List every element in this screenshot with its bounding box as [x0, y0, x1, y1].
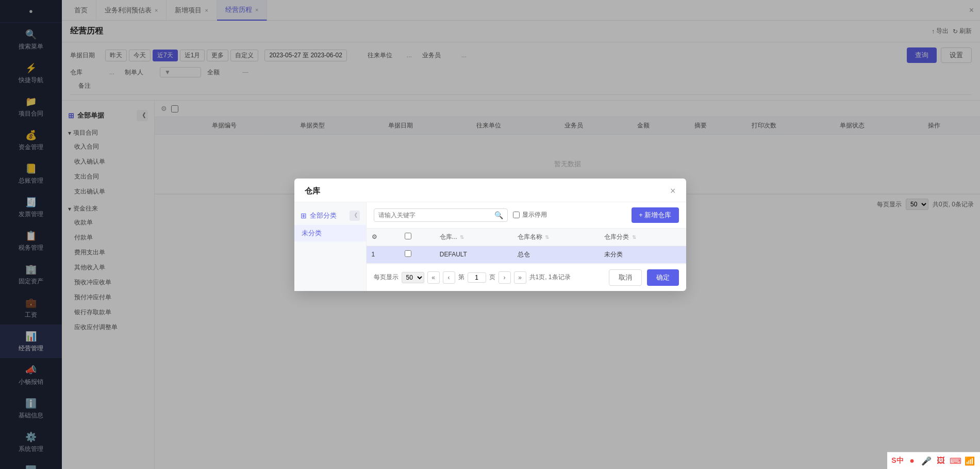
row-index: 1	[367, 246, 400, 263]
taskbar-icon-dot[interactable]: ●	[906, 455, 918, 467]
modal-next-page-button[interactable]: ›	[499, 271, 511, 284]
row-check[interactable]	[405, 250, 411, 257]
sort-arrows-category: ⇅	[632, 234, 636, 240]
modal-search-input[interactable]	[378, 212, 491, 219]
modal-last-page-button[interactable]: »	[514, 271, 526, 284]
taskbar-icon-s[interactable]: S中	[891, 455, 904, 467]
row-name: 总仓	[512, 246, 599, 263]
modal-select-all-checkbox[interactable]	[405, 233, 411, 239]
cancel-button[interactable]: 取消	[609, 269, 642, 286]
modal-left-all-label: 全部分类	[310, 211, 337, 220]
modal-col-name: 仓库名称 ⇅	[512, 229, 599, 246]
modal-body: ⊞ 全部分类 《 未分类 🔍	[294, 202, 686, 291]
show-disabled-text: 显示停用	[522, 211, 547, 219]
modal-per-page-label: 每页显示	[374, 273, 398, 282]
sort-arrows-name: ⇅	[545, 234, 549, 240]
modal-search-icon: 🔍	[494, 211, 503, 219]
modal-action-buttons: 取消 确定	[609, 269, 679, 286]
modal-left-panel: ⊞ 全部分类 《 未分类	[294, 202, 367, 291]
modal-header: 仓库 ×	[294, 179, 686, 202]
modal-search-box[interactable]: 🔍	[374, 208, 508, 222]
taskbar-icon-mic[interactable]: 🎤	[920, 455, 933, 467]
modal-left-collapse-icon: 《	[352, 212, 357, 219]
modal-table-wrapper: ⚙ 仓库... ⇅ 仓库名称 ⇅	[367, 229, 686, 264]
warehouse-modal: 仓库 × ⊞ 全部分类 《 未分类	[294, 179, 686, 291]
modal-left-collapse-button[interactable]: 《	[350, 211, 360, 221]
taskbar-icon-image[interactable]: 🖼	[935, 455, 947, 467]
modal-left-all-header[interactable]: ⊞ 全部分类 《	[294, 207, 366, 224]
row-code: DEFAULT	[435, 246, 512, 263]
modal-table: ⚙ 仓库... ⇅ 仓库名称 ⇅	[367, 229, 686, 264]
modal-footer: 每页显示 50 « ‹ 第 页 › » 共1页, 1条记录	[367, 264, 686, 291]
show-disabled-label[interactable]: 显示停用	[513, 211, 547, 219]
sort-arrows-code: ⇅	[460, 234, 464, 240]
modal-toolbar: 🔍 显示停用 + 新增仓库	[367, 202, 686, 229]
modal-right-panel: 🔍 显示停用 + 新增仓库 ⚙	[367, 202, 686, 291]
modal-first-page-button[interactable]: «	[427, 271, 440, 284]
modal-close-button[interactable]: ×	[670, 186, 676, 197]
taskbar-icon-signal[interactable]: 📶	[964, 455, 976, 467]
win-taskbar: S中 ● 🎤 🖼 ⌨ 📶	[887, 452, 980, 469]
modal-col-check	[400, 229, 435, 246]
modal-page-input[interactable]	[468, 272, 486, 283]
modal-table-row[interactable]: 1 DEFAULT 总仓 未分类	[367, 246, 686, 263]
taskbar-icon-keyboard[interactable]: ⌨	[949, 455, 961, 467]
modal-pagination: 每页显示 50 « ‹ 第 页 › » 共1页, 1条记录	[374, 271, 571, 284]
modal-col-code: 仓库... ⇅	[435, 229, 512, 246]
modal-page-label: 第	[458, 273, 464, 282]
modal-per-page-select[interactable]: 50	[402, 272, 424, 283]
row-category: 未分类	[599, 246, 686, 263]
modal-col-category-label: 仓库分类	[604, 233, 629, 240]
modal-overlay[interactable]: 仓库 × ⊞ 全部分类 《 未分类	[0, 0, 980, 469]
modal-total-label: 共1页, 1条记录	[529, 273, 571, 282]
row-checkbox[interactable]	[400, 246, 435, 263]
modal-col-gear: ⚙	[367, 229, 400, 246]
show-disabled-checkbox[interactable]	[513, 212, 520, 218]
modal-left-item-unclassified[interactable]: 未分类	[294, 225, 366, 241]
modal-col-name-label: 仓库名称	[518, 233, 542, 240]
modal-col-category: 仓库分类 ⇅	[599, 229, 686, 246]
confirm-button[interactable]: 确定	[647, 269, 679, 286]
modal-prev-page-button[interactable]: ‹	[443, 271, 455, 284]
modal-col-code-label: 仓库...	[440, 233, 457, 240]
modal-grid-icon: ⊞	[301, 212, 307, 220]
modal-page-suffix: 页	[489, 273, 495, 282]
modal-table-header-row: ⚙ 仓库... ⇅ 仓库名称 ⇅	[367, 229, 686, 246]
modal-title: 仓库	[305, 186, 320, 196]
add-warehouse-button[interactable]: + 新增仓库	[632, 207, 678, 223]
